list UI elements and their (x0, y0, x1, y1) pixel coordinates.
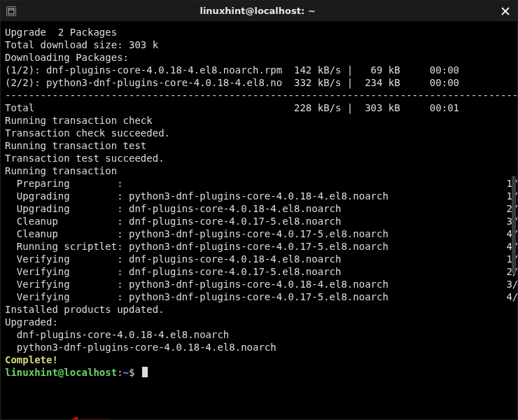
terminal-line: Cleanup : python3-dnf-plugins-core-4.0.1… (5, 227, 513, 240)
prompt-user: linuxhint@localhost (5, 367, 117, 378)
terminal-line: Verifying : dnf-plugins-core-4.0.17-5.el… (5, 265, 513, 278)
terminal-line: Upgrading : python3-dnf-plugins-core-4.0… (5, 190, 513, 202)
scrollbar-thumb[interactable] (512, 176, 516, 274)
terminal-line: Upgrade 2 Packages (5, 26, 513, 38)
terminal-line: python3-dnf-plugins-core-4.0.18-4.el8.no… (5, 341, 513, 354)
terminal-line: Verifying : dnf-plugins-core-4.0.18-4.el… (5, 253, 513, 265)
terminal-line: Verifying : python3-dnf-plugins-core-4.0… (5, 278, 513, 290)
complete-line: Complete! (5, 354, 513, 366)
terminal-line: Preparing : 1/1 (5, 177, 513, 190)
window-title: linuxhint@localhost: ~ (16, 6, 499, 16)
terminal-line: Verifying : python3-dnf-plugins-core-4.0… (5, 290, 513, 303)
terminal-line: (2/2): python3-dnf-plugins-core-4.0.18-4… (5, 76, 513, 89)
terminal-line: Transaction test succeeded. (5, 152, 513, 164)
terminal-output[interactable]: Upgrade 2 PackagesTotal download size: 3… (1, 22, 517, 419)
terminal-line: Running scriptlet: python3-dnf-plugins-c… (5, 240, 513, 253)
new-tab-button[interactable] (6, 6, 16, 16)
terminal-line: Total download size: 303 k (5, 38, 513, 51)
terminal-line: Upgraded: (5, 316, 513, 328)
terminal-line: ----------------------------------------… (5, 89, 513, 102)
terminal-window: linuxhint@localhost: ~ Upgrade 2 Package… (0, 0, 518, 420)
terminal-line: Running transaction (5, 164, 513, 177)
terminal-line: Upgrading : dnf-plugins-core-4.0.18-4.el… (5, 202, 513, 215)
prompt-line[interactable]: linuxhint@localhost:~$ (5, 366, 513, 379)
terminal-line: Running transaction check (5, 114, 513, 127)
terminal-line: (1/2): dnf-plugins-core-4.0.18-4.el8.noa… (5, 64, 513, 76)
cursor (142, 367, 148, 377)
terminal-line: Total 228 kB/s | 303 kB 00:01 (5, 102, 513, 114)
terminal-line: Transaction check succeeded. (5, 127, 513, 139)
terminal-line: dnf-plugins-core-4.0.18-4.el8.noarch (5, 328, 513, 341)
terminal-line: Installed products updated. (5, 303, 513, 316)
terminal-line: Downloading Packages: (5, 51, 513, 64)
terminal-line: Running transaction test (5, 139, 513, 152)
terminal-line: Cleanup : dnf-plugins-core-4.0.17-5.el8.… (5, 215, 513, 227)
titlebar: linuxhint@localhost: ~ (1, 1, 517, 22)
svg-rect-0 (8, 8, 14, 14)
close-button[interactable] (499, 5, 512, 18)
prompt-path: ~ (123, 367, 129, 378)
